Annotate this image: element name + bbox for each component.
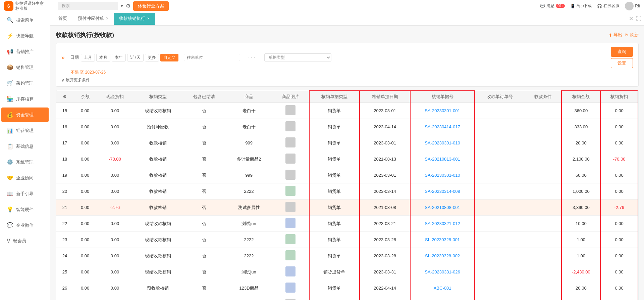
setting-btn[interactable]: 设置 — [611, 58, 633, 68]
partner-input[interactable] — [184, 54, 240, 61]
cell-cash-discount: 0.00 — [97, 248, 133, 264]
cell-goods: 测试jun — [226, 264, 272, 280]
cell-verify-discount: 0.00 — [600, 167, 638, 183]
sidebar-item-collab[interactable]: 🤝 企业协同 — [1, 171, 49, 185]
sidebar-item-base[interactable]: 📋 基础信息 — [1, 139, 49, 154]
query-btn[interactable]: 查询 — [611, 47, 633, 57]
goods-thumbnail — [285, 250, 296, 260]
cell-receipt-order-no — [475, 216, 525, 232]
purchase-icon: 🛒 — [7, 80, 13, 86]
avatar — [625, 2, 634, 10]
sidebar-item-finance[interactable]: 💰 资金管理 — [1, 108, 49, 122]
date-btn-this-month[interactable]: 本月 — [96, 54, 110, 61]
cell-verify-doc-no: SA-20230321-012 — [410, 216, 475, 232]
sidebar-item-business[interactable]: 📊 经营管理 — [1, 123, 49, 138]
tab-verify-close[interactable]: × — [147, 16, 150, 21]
date-btn-custom[interactable]: 自定义 — [160, 54, 178, 61]
expand-arrow[interactable]: » — [61, 54, 65, 61]
sidebar-item-system[interactable]: ⚙️ 系统管理 — [1, 155, 49, 169]
table-row: 15 0.00 0.00 现结收款核销 否 老白干 销货单 2023-03-01… — [56, 103, 638, 119]
doc-no-link[interactable]: SL-20230328-002 — [425, 253, 460, 258]
cell-receipt-condition — [525, 151, 561, 167]
cell-verify-discount: 0.00 — [600, 103, 638, 119]
doctype-select[interactable]: 单据类型 — [264, 53, 331, 61]
sidebar-item-purchase[interactable]: 🛒 采购管理 — [1, 76, 49, 90]
sidebar-item-inventory[interactable]: 🏪 库存核算 — [1, 92, 49, 106]
cell-verify-doc-type: 销货单 — [309, 135, 360, 151]
sidebar-item-hardware[interactable]: 💡 智能硬件 — [1, 202, 49, 217]
data-table: ⚙ 余额 现金折扣 核销类型 包含已结清 商品 商品图片 核销单据类型 核销单据… — [56, 90, 638, 300]
cell-goods-img — [272, 183, 309, 200]
table-row: 18 0.00 -70.00 收款核销 否 多计量商品2 销货单 2021-08… — [56, 151, 638, 167]
cell-verify-doc-type: 销货单 — [309, 280, 360, 296]
doc-no-link[interactable]: SA-20230301-010 — [425, 140, 460, 145]
doc-no-link[interactable]: SA-20230301-010 — [425, 173, 460, 178]
tab-home[interactable]: 首页 — [53, 13, 72, 25]
cell-include-settled: 否 — [182, 200, 225, 216]
sidebar-item-marketing[interactable]: 📢 营销推广 — [1, 44, 49, 59]
doc-no-link[interactable]: SA-20230314-008 — [425, 189, 460, 194]
app-download-btn[interactable]: 📱 App下载 — [570, 3, 592, 9]
doc-no-link[interactable]: SA-20230414-017 — [425, 124, 460, 129]
service-btn[interactable]: 🎧 在线客服 — [597, 3, 620, 9]
col-balance: 余额 — [73, 91, 97, 103]
date-btn-7days[interactable]: 近7天 — [127, 54, 144, 61]
date-btn-last-month[interactable]: 上月 — [81, 54, 95, 61]
sidebar-label: 畅会员 — [13, 238, 26, 244]
doc-no-link[interactable]: SA-20230331-026 — [425, 269, 460, 274]
sidebar-label: 企业协同 — [16, 175, 34, 181]
cell-receipt-condition — [525, 183, 561, 200]
sidebar-item-sales[interactable]: 📦 销售管理 — [1, 60, 49, 75]
date-btn-this-year[interactable]: 本年 — [112, 54, 126, 61]
industry-btn[interactable]: 休验行业方案 — [133, 1, 169, 11]
cell-include-settled: 否 — [182, 135, 225, 151]
goods-thumbnail — [285, 186, 296, 196]
col-receipt-order-no: 收款单订单号 — [475, 91, 525, 103]
doc-no-link[interactable]: SA-20210813-001 — [425, 157, 460, 162]
tab-prepay[interactable]: 预付冲应付单 × — [72, 13, 114, 25]
search-icon: 🔍 — [7, 17, 13, 23]
cell-goods: 测试多属性 — [226, 200, 272, 216]
refresh-btn[interactable]: ↻ 刷新 — [625, 32, 639, 38]
sidebar-item-member[interactable]: V 畅会员 — [1, 234, 49, 248]
tab-verify[interactable]: 收款核销执行 × — [114, 13, 155, 25]
doc-no-link[interactable]: ABC-001 — [434, 286, 451, 291]
tab-prepay-close[interactable]: × — [106, 16, 108, 21]
close-all-icon[interactable]: ✕ — [629, 15, 633, 22]
cell-no: 25 — [56, 264, 73, 280]
cell-goods-img — [272, 167, 309, 183]
export-btn[interactable]: ⬆ 导出 — [608, 32, 622, 38]
cell-verify-type: 现结收款核销 — [133, 248, 183, 264]
doctype-filter-group: 单据类型 — [264, 53, 331, 61]
cell-verify-type: 现结收款核销 — [133, 232, 183, 248]
cell-verify-discount: 0.00 — [600, 119, 638, 135]
cell-receipt-condition — [525, 103, 561, 119]
expand-icon[interactable]: ⛶ — [636, 16, 641, 22]
cell-cash-discount: 0.00 — [97, 183, 133, 200]
col-gear[interactable]: ⚙ — [56, 91, 73, 103]
message-btn[interactable]: 💬 消息 99+ — [540, 3, 565, 9]
doc-no-link[interactable]: SL-20230328-001 — [425, 237, 460, 242]
cell-verify-doc-no: SL-20230408-001 — [410, 296, 475, 300]
gear-icon[interactable]: ⚙ — [126, 3, 130, 9]
topbar-search[interactable]: 搜索 — [58, 2, 118, 10]
user-menu[interactable]: Rit — [625, 2, 640, 10]
dropdown-icon[interactable]: ▾ — [121, 3, 123, 8]
cell-no: 20 — [56, 183, 73, 200]
cell-verify-type: 收款核销 — [133, 151, 183, 167]
cell-verify-doc-type: 销货单 — [309, 119, 360, 135]
sidebar-item-search[interactable]: 🔍 搜索菜单 — [1, 13, 49, 27]
sidebar-item-wechat[interactable]: 💬 企业微信 — [1, 218, 49, 232]
date-btn-more[interactable]: 更多 — [145, 54, 159, 61]
doc-no-link[interactable]: SA-20230301-001 — [425, 108, 460, 113]
cell-receipt-order-no — [475, 264, 525, 280]
cell-no: 21 — [56, 200, 73, 216]
doc-no-link[interactable]: SA-20210808-001 — [425, 205, 460, 210]
sidebar-item-shortcut[interactable]: ⚡ 快捷导航 — [1, 29, 49, 43]
cell-no: 17 — [56, 135, 73, 151]
cell-goods: 老白干 — [226, 103, 272, 119]
sidebar-item-guide[interactable]: 📖 新手引导 — [1, 186, 49, 201]
tab-home-label: 首页 — [58, 15, 67, 22]
doc-no-link[interactable]: SA-20230321-012 — [425, 221, 460, 226]
expand-more-btn[interactable]: ∨ 展开更多条件 — [61, 77, 633, 83]
